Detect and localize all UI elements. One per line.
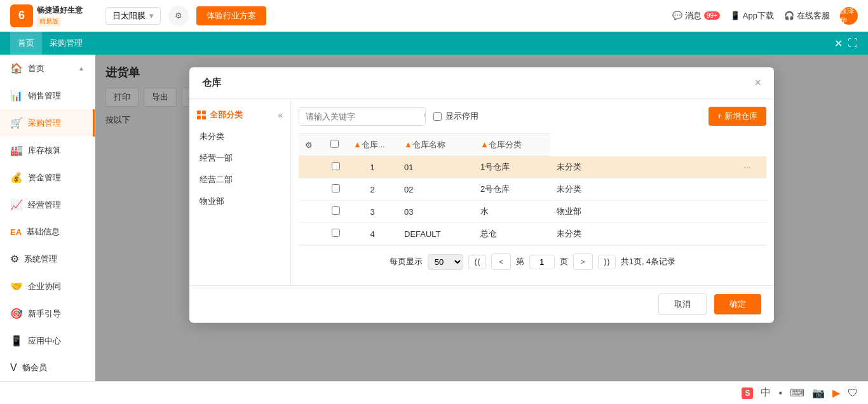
cancel-button[interactable]: 取消 — [658, 293, 707, 315]
online-service-item[interactable]: 🎧 在线客服 — [784, 10, 830, 22]
show-disabled-checkbox[interactable] — [433, 112, 442, 121]
col-header-name[interactable]: ▲仓库名称 — [398, 134, 474, 156]
vip-icon: V — [10, 362, 17, 374]
modal-header: 仓库 × — [189, 67, 774, 99]
confirm-button[interactable]: 确定 — [714, 294, 761, 314]
category-item-dept1[interactable]: 经营一部 — [189, 147, 290, 169]
row-settings — [299, 223, 324, 245]
last-page-btn[interactable]: ⟩⟩ — [598, 255, 616, 269]
sidebar-item-guide[interactable]: 🎯 新手引导 — [0, 300, 95, 327]
maximize-icon[interactable]: ⛶ — [848, 37, 858, 49]
sidebar-item-sales[interactable]: 📊 销售管理 — [0, 82, 95, 109]
row-category: 未分类 — [550, 178, 728, 201]
row-name: 水 — [474, 201, 550, 223]
sidebar-item-system[interactable]: ⚙ 系统管理 — [0, 245, 95, 273]
logo-icon: 6 — [10, 4, 33, 27]
bottom-icon-play[interactable]: ▶ — [832, 387, 840, 399]
sidebar-item-inventory[interactable]: 🏭 库存核算 — [0, 137, 95, 164]
sidebar-item-home[interactable]: 🏠 首页 ▲ — [0, 55, 95, 82]
first-page-btn[interactable]: ⟨⟨ — [468, 255, 486, 269]
sidebar-label-basic: 基础信息 — [27, 226, 60, 238]
guide-icon: 🎯 — [10, 307, 23, 320]
row-code: 02 — [398, 178, 474, 201]
sidebar-item-operations[interactable]: 📈 经营管理 — [0, 191, 95, 219]
search-button[interactable]: 🔍 — [419, 108, 426, 125]
table-row[interactable]: 4 DEFAULT 总仓 未分类 — [299, 223, 766, 245]
row-settings — [299, 156, 324, 178]
notifications-badge: 99+ — [704, 11, 720, 20]
logo-area: 6 畅捷通好生意 精易版 — [10, 4, 105, 27]
bottom-icon-shield[interactable]: 🛡 — [848, 387, 858, 399]
table-row[interactable]: 1 01 1号仓库 未分类 ··· — [299, 156, 766, 178]
total-info: 共1页, 4条记录 — [621, 256, 676, 267]
table-row[interactable]: 3 03 水 物业部 — [299, 201, 766, 223]
nav-home[interactable]: 首页 — [10, 32, 42, 55]
sidebar-label-home: 首页 — [28, 63, 44, 74]
nav-purchase[interactable]: 采购管理 — [42, 32, 90, 55]
table-toolbar: 🔍 显示停用 + 新增仓库 — [299, 107, 766, 126]
bottom-icon-camera[interactable]: 📷 — [812, 387, 825, 399]
table-row[interactable]: 2 02 2号仓库 未分类 — [299, 178, 766, 201]
notifications-item[interactable]: 💬 消息 99+ — [672, 10, 720, 22]
bottom-icon-dot[interactable]: • — [778, 387, 782, 399]
category-item-property[interactable]: 物业部 — [189, 191, 290, 212]
row-check[interactable] — [324, 201, 347, 223]
modal-footer: 取消 确定 — [189, 285, 774, 323]
row-check[interactable] — [324, 156, 347, 178]
show-disabled-label[interactable]: 显示停用 — [433, 111, 478, 122]
search-input[interactable] — [299, 108, 419, 125]
col-header-code[interactable]: ▲仓库... — [347, 134, 398, 156]
row-category: 物业部 — [550, 201, 728, 223]
bottom-icon-chinese[interactable]: 中 — [761, 386, 771, 400]
sidebar-item-apps[interactable]: 📱 应用中心 — [0, 327, 95, 354]
row-actions — [728, 201, 766, 223]
bottom-icon-zh[interactable]: S — [742, 387, 753, 399]
app-download-item[interactable]: 📱 App下载 — [730, 10, 774, 22]
col-header-check — [324, 134, 347, 156]
sidebar-item-enterprise[interactable]: 🤝 企业协同 — [0, 273, 95, 300]
main-layout: 🏠 首页 ▲ 📊 销售管理 🛒 采购管理 🏭 库存核算 💰 资金管理 📈 经营管… — [0, 55, 868, 404]
notifications-label: 消息 — [685, 10, 702, 22]
all-category-item[interactable]: 全部分类 — [197, 109, 243, 121]
category-item-dept2[interactable]: 经营二部 — [189, 169, 290, 191]
dropdown-arrow: ▾ — [149, 11, 154, 20]
table-panel: 🔍 显示停用 + 新增仓库 ⚙ — [291, 99, 774, 285]
row-code: 03 — [398, 201, 474, 223]
sales-icon: 📊 — [10, 90, 23, 102]
category-item-unclassified[interactable]: 未分类 — [189, 126, 290, 147]
row-code: DEFAULT — [398, 223, 474, 245]
sidebar-item-vip[interactable]: V 畅会员 — [0, 354, 95, 381]
row-check[interactable] — [324, 223, 347, 245]
enterprise-icon: 🤝 — [10, 280, 23, 292]
prev-page-btn[interactable]: ＜ — [491, 253, 511, 270]
nav-controls: ✕ ⛶ — [834, 37, 858, 50]
per-page-select[interactable]: 50 100 200 — [428, 254, 463, 270]
next-page-btn[interactable]: ＞ — [573, 253, 593, 270]
select-all-checkbox[interactable] — [330, 140, 339, 148]
sidebar-item-finance[interactable]: 💰 资金管理 — [0, 164, 95, 191]
page-input[interactable] — [529, 255, 555, 269]
app-badge: 精易版 — [37, 17, 61, 27]
settings-button[interactable]: ⚙ — [168, 6, 189, 26]
col-header-settings[interactable]: ⚙ — [299, 134, 324, 156]
row-code: 01 — [398, 156, 474, 178]
col-header-category[interactable]: ▲仓库分类 — [474, 134, 550, 156]
sidebar-item-basic[interactable]: EA 基础信息 — [0, 219, 95, 245]
modal-close-button[interactable]: × — [754, 76, 761, 90]
sidebar-item-purchase[interactable]: 🛒 采购管理 — [0, 109, 95, 137]
row-name: 2号仓库 — [474, 178, 550, 201]
add-warehouse-button[interactable]: + 新增仓库 — [709, 107, 766, 126]
modal-overlay: 仓库 × 全部分类 — [95, 55, 868, 404]
close-icon[interactable]: ✕ — [834, 37, 843, 50]
pagination-bar: 每页显示 50 100 200 ⟨⟨ ＜ 第 页 ＞ — [299, 245, 766, 278]
row-settings — [299, 178, 324, 201]
trial-button[interactable]: 体验行业方案 — [196, 6, 266, 25]
bottom-icon-keyboard[interactable]: ⌨ — [790, 387, 804, 399]
inventory-icon: 🏭 — [10, 144, 23, 156]
row-check[interactable] — [324, 178, 347, 201]
collapse-icon[interactable]: « — [278, 110, 283, 120]
row-actions[interactable]: ··· — [728, 156, 766, 178]
store-selector[interactable]: 日太阳膜 ▾ — [105, 7, 161, 25]
header-right: 💬 消息 99+ 📱 App下载 🎧 在线客服 徐泽华 — [672, 7, 858, 25]
user-item[interactable]: 徐泽华 — [840, 7, 858, 25]
